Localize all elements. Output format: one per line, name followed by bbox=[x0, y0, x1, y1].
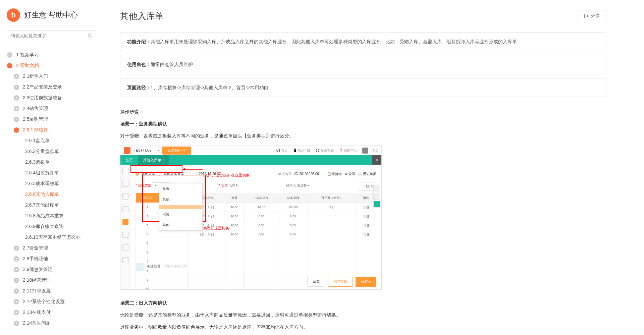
nav-2-8[interactable]: +2.8手机旺铺 bbox=[7, 254, 96, 264]
plus-icon: + bbox=[14, 74, 19, 79]
nav-2-6-4[interactable]: 2.6.4组装拆卸单 bbox=[7, 168, 96, 178]
scene1-title: 场景一：业务类型确认 bbox=[120, 119, 606, 128]
nav-2-1[interactable]: +2.1新手入门 bbox=[7, 71, 96, 82]
logo-area: b 好生意 帮助中心 bbox=[7, 8, 96, 22]
info-role: 使用角色：通常由仓管人员维护 bbox=[120, 55, 606, 74]
nav-2-3[interactable]: +2.3使用前数据准备 bbox=[7, 93, 96, 103]
steps-label: 操作步骤： bbox=[120, 107, 606, 116]
main-content: 其他入库单 分享 功能介绍：其他入库单用来处理除采购入库、产成品入库之外的其他入… bbox=[103, 0, 623, 335]
nav-docs[interactable]: −2.帮助文档 bbox=[7, 60, 96, 71]
plus-icon: + bbox=[14, 245, 19, 251]
svg-point-0 bbox=[88, 34, 91, 36]
sidebar: b 好生意 帮助中心 +1.视频学习 −2.帮助文档 +2.1新手入门 +2.2… bbox=[0, 0, 103, 335]
nav-2-5[interactable]: +2.5采购管理 bbox=[7, 114, 96, 125]
info-path: 页面路径：1、库存核算->库存管理->其他入库单 2、首页->常用功能 bbox=[120, 78, 606, 97]
toolbar-icon bbox=[373, 185, 380, 191]
nav-2-2[interactable]: +2.2产品安装及登录 bbox=[7, 82, 96, 93]
plus-icon: + bbox=[14, 267, 19, 272]
plus-icon: + bbox=[7, 52, 12, 58]
share-button[interactable]: 分享 bbox=[578, 10, 606, 22]
ss-logo-icon bbox=[124, 147, 130, 154]
nav-2-9[interactable]: +2.9优惠券管理 bbox=[7, 264, 96, 275]
nav-2-6-9[interactable]: 2.6.9库存账本查询 bbox=[7, 221, 96, 232]
nav-2-11[interactable]: +2.11打印设置 bbox=[7, 286, 96, 296]
sidebar-icon bbox=[122, 193, 128, 200]
info-intro: 功能介绍：其他入库单用来处理除采购入库、产成品入库之外的其他入库业务，因此其他入… bbox=[120, 32, 606, 51]
plus-icon: + bbox=[14, 288, 19, 294]
nav-2-12[interactable]: +2.12系统个性化设置 bbox=[7, 296, 96, 307]
nav-2-6-1[interactable]: 2.6.1盘点单 bbox=[7, 135, 96, 146]
scene2-title: 场景二：出入方向确认 bbox=[120, 298, 606, 308]
nav-video[interactable]: +1.视频学习 bbox=[7, 50, 96, 60]
nav-2-14[interactable]: +2.14常见问题 bbox=[7, 318, 96, 329]
avatar-icon bbox=[362, 148, 368, 154]
page-header: 其他入库单 分享 bbox=[120, 10, 606, 22]
svg-line-1 bbox=[91, 36, 92, 37]
sidebar-icon bbox=[122, 232, 128, 238]
scene1-text: 对于受赠、盘盈或是拆装入库等不同的业务，是通过单据头【业务类型】进行区分。 bbox=[120, 131, 606, 141]
nav-list: +1.视频学习 −2.帮助文档 +2.1新手入门 +2.2产品安装及登录 +2.… bbox=[7, 50, 96, 329]
screenshot-image: TEST-H002 ▾ 邀请朋友一下 📢 首页 📱 App下载 🎧 在线客服 ❓… bbox=[120, 146, 382, 290]
nav-2-6-6[interactable]: 2.6.6其他入库单 bbox=[7, 189, 96, 200]
nav-2-6-2[interactable]: 2.6.2分量盘点单 bbox=[7, 146, 96, 157]
plus-icon: + bbox=[14, 321, 19, 326]
toolbar-icon bbox=[373, 193, 380, 200]
remark-icon bbox=[136, 263, 144, 271]
scene2-text2: 退库业务中，明细数量均以负值红色展示。无论是入库还是退库，库存账均记在入库方向。 bbox=[120, 322, 606, 332]
plus-icon: + bbox=[14, 278, 19, 283]
plus-icon: + bbox=[14, 95, 19, 101]
plus-icon: + bbox=[14, 117, 19, 122]
nav-2-7[interactable]: +2.7资金管理 bbox=[7, 243, 96, 254]
content-section: 操作步骤： 场景一：业务类型确认 对于受赠、盘盈或是拆装入库等不同的业务，是通过… bbox=[120, 107, 606, 335]
svg-marker-3 bbox=[182, 168, 185, 171]
nav-2-6-8[interactable]: 2.6.8商品成本重算 bbox=[7, 211, 96, 221]
share-icon bbox=[584, 14, 589, 18]
sidebar-icon bbox=[122, 206, 128, 212]
plus-icon: + bbox=[14, 299, 19, 304]
nav-2-10[interactable]: +2.10经营管理 bbox=[7, 275, 96, 286]
search-box bbox=[7, 30, 96, 41]
sidebar-icon bbox=[122, 257, 128, 263]
nav-2-6-5[interactable]: 2.6.5成本调整单 bbox=[7, 178, 96, 189]
nav-2-4[interactable]: +2.4销售管理 bbox=[7, 103, 96, 114]
search-input[interactable] bbox=[7, 30, 96, 41]
scene2-text1: 无论是受赠，还是其他类型的业务，由于入库商品质量等原因，需要退回，这时可通过单据… bbox=[120, 310, 606, 320]
plus-icon: + bbox=[14, 106, 19, 111]
minus-icon: − bbox=[14, 127, 19, 133]
toolbar-icon bbox=[373, 201, 380, 208]
plus-icon: + bbox=[14, 85, 19, 90]
nav-2-6-3[interactable]: 2.6.3调拨单 bbox=[7, 157, 96, 168]
page-title: 其他入库单 bbox=[120, 10, 164, 22]
plus-icon: + bbox=[14, 256, 19, 262]
plus-icon: + bbox=[14, 310, 19, 315]
sidebar-icon bbox=[122, 244, 128, 250]
minus-icon: − bbox=[7, 63, 12, 68]
close-icon: × bbox=[372, 155, 381, 165]
nav-2-6-10[interactable]: 2.6.10库存账本错了怎么办 bbox=[7, 232, 96, 243]
nav-2-13[interactable]: +2.13在线支付 bbox=[7, 307, 96, 318]
site-title: 好生意 帮助中心 bbox=[24, 10, 78, 20]
sidebar-icon bbox=[122, 168, 128, 174]
sidebar-icon bbox=[122, 181, 128, 187]
search-icon[interactable] bbox=[88, 33, 92, 39]
nav-2-6[interactable]: −2.6库存核算 bbox=[7, 125, 96, 135]
nav-2-6-7[interactable]: 2.6.7其他出库单 bbox=[7, 200, 96, 211]
sidebar-icon bbox=[122, 219, 128, 225]
logo-icon: b bbox=[7, 8, 20, 22]
